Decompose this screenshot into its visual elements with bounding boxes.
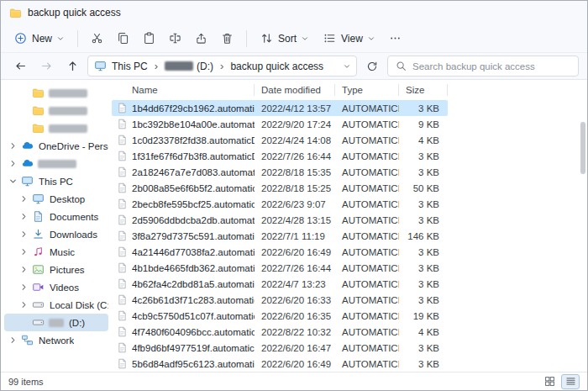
cut-button[interactable]	[85, 28, 109, 49]
file-row[interactable]: 4b62fa4c2dbd81a5.automaticDestinatio...2…	[112, 276, 448, 292]
file-name: 1f31fe67f6d7b3f8.automaticDestinations-.…	[132, 151, 255, 161]
file-icon	[117, 294, 128, 305]
music-icon	[29, 246, 46, 258]
file-size: 4 KB	[399, 135, 448, 145]
sidebar-item-downloads[interactable]: Downloads	[4, 225, 108, 243]
chevron-down-icon[interactable]	[8, 177, 18, 185]
file-row[interactable]: 5b6d84adf95c6123.automaticDestinatio...2…	[112, 356, 448, 372]
file-size: 3 KB	[399, 151, 448, 161]
forward-button[interactable]	[35, 56, 57, 77]
sort-button[interactable]: Sort	[254, 28, 315, 49]
file-icon	[117, 182, 128, 193]
file-row[interactable]: 3f8a279d7375c591.automaticDestinatio...2…	[112, 228, 448, 244]
sidebar-item-music[interactable]: Music	[4, 243, 108, 261]
chevron-right-icon[interactable]	[18, 266, 29, 273]
sidebar-item-network[interactable]: Network	[4, 331, 108, 349]
file-date-modified: 2022/6/20 16:35	[255, 311, 335, 321]
file-row[interactable]: 4b1bde4665fdb362.automaticDestinatio...2…	[112, 260, 448, 276]
column-header-type[interactable]: Type	[335, 80, 399, 100]
address-bar[interactable]: This PC › (D:) › backup quick access	[87, 55, 357, 77]
sidebar-item-pictures[interactable]: Pictures	[4, 261, 108, 278]
titlebar: backup quick access	[1, 1, 587, 24]
sidebar-item-documents[interactable]: Documents	[4, 208, 108, 225]
delete-button[interactable]	[215, 28, 239, 49]
file-row[interactable]: 1c0d23378f2fd38.automaticDestinations-..…	[112, 132, 448, 148]
file-row[interactable]: 1f31fe67f6d7b3f8.automaticDestinations-.…	[112, 148, 448, 164]
back-icon	[14, 60, 27, 72]
chevron-right-icon[interactable]	[18, 301, 29, 309]
file-row[interactable]: 1bc392b8e104a00e.automaticDestination...…	[112, 116, 448, 132]
sidebar-item-redacted[interactable]	[4, 119, 108, 137]
chevron-right-icon[interactable]	[8, 160, 18, 167]
file-date-modified: 2022/8/18 15:25	[255, 183, 335, 193]
main-area: OneDrive - PersonalThis PCDesktopDocumen…	[1, 80, 587, 372]
chevron-right-icon[interactable]	[18, 248, 29, 256]
column-header-size[interactable]: Size	[399, 80, 448, 100]
chevron-right-icon[interactable]	[18, 195, 29, 203]
file-row[interactable]: 1b4dd67f29cb1962.automaticDestination...…	[112, 100, 448, 116]
chevron-right-icon[interactable]	[18, 283, 29, 291]
rename-button[interactable]	[163, 28, 187, 49]
back-button[interactable]	[9, 56, 31, 77]
chevron-right-icon[interactable]	[8, 142, 18, 150]
vertical-scrollbar[interactable]	[580, 83, 585, 368]
up-icon	[66, 60, 79, 72]
chevron-right-icon[interactable]	[8, 336, 18, 344]
sidebar-item-desktop[interactable]: Desktop	[4, 190, 108, 208]
file-row[interactable]: 4fb9d6bf4977519f.automaticDestinatio...2…	[112, 340, 448, 356]
address-history-dropdown-icon[interactable]	[344, 63, 350, 70]
file-row[interactable]: 2becb8fe595bcf25.automaticDestinations..…	[112, 196, 448, 212]
paste-button[interactable]	[137, 28, 161, 49]
file-size: 19 KB	[399, 311, 448, 321]
file-row[interactable]: 2b008a85e6f6b5f2.automaticDestinatio...2…	[112, 180, 448, 196]
chevron-right-icon[interactable]	[18, 230, 29, 238]
file-name: 2becb8fe595bcf25.automaticDestinations..…	[132, 199, 255, 209]
file-row[interactable]: 4c26b61d3f71c283.automaticDestinatio...2…	[112, 292, 448, 308]
column-header-name[interactable]: Name	[112, 80, 255, 100]
redacted-label	[49, 107, 87, 115]
vertical-scrollbar-thumb[interactable]	[580, 122, 585, 174]
breadcrumb-folder[interactable]: backup quick access	[227, 60, 327, 73]
file-row[interactable]: 4cb9c5750d51c07f.automaticDestinatio...2…	[112, 308, 448, 324]
file-row[interactable]: 2d5906ddbdcba2db.automaticDestinatio...2…	[112, 212, 448, 228]
breadcrumb-drive[interactable]: (D:)	[161, 60, 217, 73]
copy-button[interactable]	[111, 28, 135, 49]
sidebar-item-redacted[interactable]	[4, 84, 108, 102]
file-icon	[117, 358, 128, 369]
see-more-button[interactable]	[383, 28, 407, 49]
file-size: 3 KB	[399, 343, 448, 353]
redacted-label	[49, 89, 87, 98]
file-name-cell: 2b008a85e6f6b5f2.automaticDestinatio...	[112, 182, 255, 193]
file-icon	[117, 230, 128, 241]
sidebar-item-videos[interactable]: Videos	[4, 278, 108, 296]
up-button[interactable]	[61, 56, 83, 77]
sidebar-item-redacted[interactable]	[4, 155, 108, 172]
sidebar-item-d[interactable]: (D:)	[4, 314, 108, 331]
file-size: 4 KB	[399, 327, 448, 337]
breadcrumb-this-pc[interactable]: This PC	[108, 60, 151, 73]
new-button[interactable]: New	[8, 28, 71, 49]
view-details-button[interactable]	[561, 374, 580, 389]
breadcrumb-drive-label: (D:)	[197, 61, 213, 72]
chevron-right-icon[interactable]	[18, 213, 29, 220]
file-size: 3 KB	[399, 359, 448, 369]
file-size: 3 KB	[399, 247, 448, 257]
view-thumbnails-button[interactable]	[540, 374, 559, 389]
sidebar-item-this-pc[interactable]: This PC	[4, 172, 108, 190]
file-name-cell: 1f31fe67f6d7b3f8.automaticDestinations-.…	[112, 151, 255, 161]
refresh-button[interactable]	[361, 56, 383, 77]
file-row[interactable]: 4a21446d77038fa2.automaticDestinatio...2…	[112, 244, 448, 260]
file-date-modified: 2022/8/18 15:35	[255, 167, 335, 177]
sidebar-item-redacted[interactable]	[4, 102, 108, 119]
sidebar-item-local-disk-c[interactable]: Local Disk (C:)	[4, 296, 108, 314]
file-row[interactable]: 4f7480f604096bcc.automaticDestinatio...2…	[112, 324, 448, 340]
search-box[interactable]	[387, 55, 579, 77]
sidebar-item-onedrive-personal[interactable]: OneDrive - Personal	[4, 137, 108, 155]
file-row[interactable]: 2a182467a7e7d083.automaticDestinatio...2…	[112, 164, 448, 180]
file-icon	[117, 342, 128, 353]
view-button[interactable]: View	[317, 28, 381, 49]
search-input[interactable]	[412, 61, 570, 71]
column-header-date-modified[interactable]: Date modified	[255, 80, 335, 100]
share-button[interactable]	[189, 28, 213, 49]
file-type: AUTOMATICDESTI...	[335, 327, 399, 337]
